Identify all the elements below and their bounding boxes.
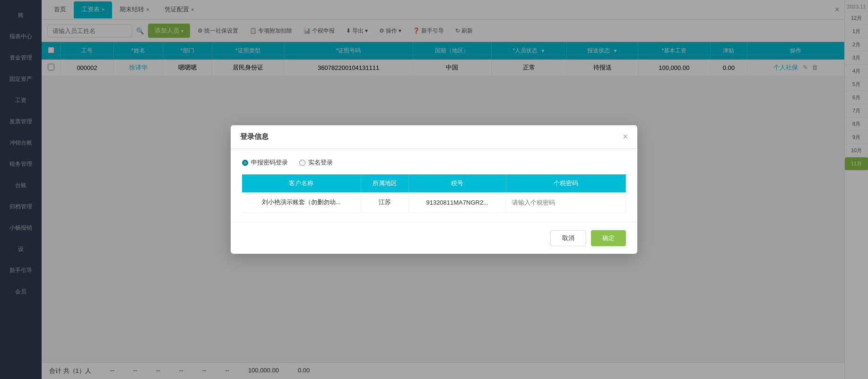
radio-password-input[interactable]	[242, 160, 248, 166]
dialog-close-button[interactable]: ×	[623, 132, 628, 142]
radio-password-login[interactable]: 申报密码登录	[242, 158, 288, 167]
radio-realname-input[interactable]	[299, 160, 305, 166]
login-type-group: 申报密码登录 实名登录	[242, 158, 626, 167]
modal-overlay: 登录信息 × 申报密码登录 实名登录	[0, 0, 868, 379]
confirm-button[interactable]: 确定	[591, 230, 626, 246]
radio-realname-login[interactable]: 实名登录	[299, 158, 333, 167]
dialog-cell-name: 刘小艳演示账套（勿删勿动...	[242, 192, 361, 213]
dialog-col-name: 客户名称	[242, 174, 361, 192]
dialog-col-region: 所属地区	[361, 174, 408, 192]
login-table: 客户名称 所属地区 税号 个税密码 刘小艳演示账套（勿删勿动... 江苏 913…	[242, 174, 626, 213]
dialog-cell-password[interactable]	[506, 192, 626, 213]
dialog-col-password: 个税密码	[506, 174, 626, 192]
login-dialog: 登录信息 × 申报密码登录 实名登录	[231, 125, 637, 254]
cancel-button[interactable]: 取消	[550, 230, 586, 246]
dialog-footer: 取消 确定	[231, 222, 637, 254]
dialog-col-taxno: 税号	[408, 174, 506, 192]
dialog-cell-taxno: 91320811MA7NGR2...	[408, 192, 506, 213]
dialog-title: 登录信息	[240, 132, 269, 141]
dialog-cell-region: 江苏	[361, 192, 408, 213]
dialog-body: 申报密码登录 实名登录 客户名称 所属地区 税号 个税密码	[231, 149, 637, 222]
dialog-header: 登录信息 ×	[231, 125, 637, 149]
dialog-table-row: 刘小艳演示账套（勿删勿动... 江苏 91320811MA7NGR2...	[242, 192, 626, 213]
tax-password-input[interactable]	[512, 199, 620, 206]
